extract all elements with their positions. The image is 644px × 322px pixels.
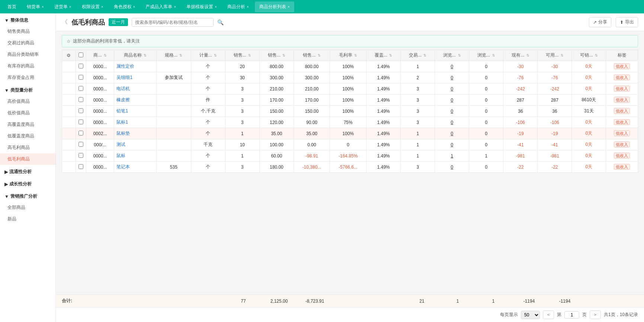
row-name-cell[interactable]: 鼠标 xyxy=(114,150,156,162)
col-name[interactable]: 商品名称 ⇅ xyxy=(114,50,156,61)
col-trade[interactable]: 交易... ⇅ xyxy=(401,50,435,61)
nav-sales-order[interactable]: 销货单 × xyxy=(22,1,48,12)
export-button[interactable]: ⬆ 导出 xyxy=(616,17,638,27)
row-name-cell[interactable]: 笔记本 xyxy=(114,162,156,173)
row-checkbox[interactable] xyxy=(79,119,83,124)
nav-permission-settings[interactable]: 权限设置 × xyxy=(77,1,108,12)
sidebar-item-traded-goods[interactable]: 交易过的商品 xyxy=(0,37,55,49)
col-tag[interactable]: 标签 xyxy=(606,50,638,61)
sidebar-item-sales-goods[interactable]: 销售类商品 xyxy=(0,26,55,37)
row-browse1-cell[interactable]: 0 xyxy=(435,95,469,106)
close-icon[interactable]: × xyxy=(215,5,217,9)
sidebar-item-high-coverage[interactable]: 高覆盖度商品 xyxy=(0,119,55,130)
col-browse1[interactable]: 浏览... ⇅ xyxy=(435,50,469,61)
sidebar-group-growth[interactable]: ▶ 成长性分析 xyxy=(0,177,55,189)
nav-product-analysis[interactable]: 商品分析 × xyxy=(223,1,253,12)
col-sales-profit[interactable]: 销售... ⇅ xyxy=(294,50,330,61)
row-name-cell[interactable]: 橡皮擦 xyxy=(114,95,156,106)
row-browse1-cell[interactable]: 0 xyxy=(435,162,469,173)
row-browse1-cell[interactable]: 1 xyxy=(435,150,469,162)
nav-purchase-order[interactable]: 进货单 × xyxy=(50,1,76,12)
nav-role-auth[interactable]: 角色授权 × xyxy=(109,1,140,12)
sidebar-item-low-margin[interactable]: 低毛利商品 xyxy=(0,153,55,165)
sidebar-item-low-coverage[interactable]: 低覆盖度商品 xyxy=(0,130,55,142)
row-checkbox-cell[interactable] xyxy=(76,150,86,162)
row-checkbox-cell[interactable] xyxy=(76,106,86,117)
close-icon[interactable]: × xyxy=(42,5,44,9)
sidebar-item-all-goods[interactable]: 全部商品 xyxy=(0,202,55,213)
nav-template-settings[interactable]: 单据模板设置 × xyxy=(182,1,221,12)
close-icon[interactable]: × xyxy=(69,5,71,9)
row-checkbox-cell[interactable] xyxy=(76,95,86,106)
page-size-select[interactable]: 50 100 200 xyxy=(521,311,540,319)
col-saleable[interactable]: 可销... ⇅ xyxy=(572,50,606,61)
row-checkbox[interactable] xyxy=(79,86,83,91)
nav-home[interactable]: 首页 xyxy=(3,1,21,12)
row-checkbox[interactable] xyxy=(79,108,83,113)
close-icon[interactable]: × xyxy=(288,5,290,9)
nav-product-analysis-list[interactable]: 商品分析列表 × xyxy=(255,1,294,12)
row-checkbox[interactable] xyxy=(79,142,83,147)
share-button[interactable]: ↗ 分享 xyxy=(589,17,611,27)
table-container[interactable]: ⚙ 商... ⇅ 商品名称 ⇅ 规格... ⇅ 计量... ⇅ 销售... ⇅ … xyxy=(56,50,644,294)
col-gross-rate[interactable]: 毛利率 ⇅ xyxy=(330,50,366,61)
row-checkbox-cell[interactable] xyxy=(76,61,86,72)
next-page-button[interactable]: ＞ xyxy=(590,310,601,319)
sidebar-item-category-rate[interactable]: 商品分类助销率 xyxy=(0,49,55,60)
search-input[interactable] xyxy=(132,18,214,27)
row-checkbox-cell[interactable] xyxy=(76,128,86,139)
row-browse1-cell[interactable]: 0 xyxy=(435,106,469,117)
col-settings[interactable]: ⚙ xyxy=(62,50,76,61)
row-browse1-cell[interactable]: 0 xyxy=(435,83,469,95)
col-code[interactable]: 商... ⇅ xyxy=(86,50,114,61)
row-browse1-cell[interactable]: 0 xyxy=(435,72,469,83)
close-icon[interactable]: × xyxy=(133,5,135,9)
col-current[interactable]: 现有... ⇅ xyxy=(503,50,538,61)
row-name-cell[interactable]: 吴细细1 xyxy=(114,72,156,83)
sidebar-item-low-value[interactable]: 低价值商品 xyxy=(0,107,55,119)
row-browse1-cell[interactable]: 0 xyxy=(435,139,469,150)
col-coverage[interactable]: 覆盖... ⇅ xyxy=(366,50,401,61)
row-browse1-cell[interactable]: 0 xyxy=(435,61,469,72)
search-icon[interactable]: 🔍 xyxy=(217,19,224,25)
col-checkbox[interactable] xyxy=(76,50,86,61)
sidebar-group-circulation[interactable]: ▶ 流通性分析 xyxy=(0,165,55,177)
row-name-cell[interactable]: 铅笔1 xyxy=(114,106,156,117)
row-checkbox[interactable] xyxy=(79,64,83,68)
sidebar-group-type-analysis[interactable]: ▼ 类型量分析 xyxy=(0,83,55,96)
close-icon[interactable]: × xyxy=(174,5,176,9)
close-icon[interactable]: × xyxy=(101,5,103,9)
col-spec[interactable]: 规格... ⇅ xyxy=(156,50,191,61)
row-checkbox[interactable] xyxy=(79,164,83,169)
row-checkbox-cell[interactable] xyxy=(76,72,86,83)
col-sales-amount[interactable]: 销售... ⇅ xyxy=(259,50,294,61)
close-icon[interactable]: × xyxy=(247,5,249,9)
period-tag[interactable]: 近一月 xyxy=(109,18,128,26)
row-name-cell[interactable]: 鼠标垫 xyxy=(114,128,156,139)
row-checkbox-cell[interactable] xyxy=(76,162,86,173)
sidebar-item-high-value[interactable]: 高价值商品 xyxy=(0,96,55,107)
sidebar-group-overall[interactable]: ▼ 整体信息 xyxy=(0,13,55,26)
row-name-cell[interactable]: 测试 xyxy=(114,139,156,150)
row-checkbox[interactable] xyxy=(79,75,83,80)
row-name-cell[interactable]: 鼠标1 xyxy=(114,117,156,128)
row-checkbox[interactable] xyxy=(79,153,83,158)
row-checkbox-cell[interactable] xyxy=(76,117,86,128)
row-checkbox-cell[interactable] xyxy=(76,83,86,95)
col-sales-qty[interactable]: 销售... ⇅ xyxy=(225,50,259,61)
col-unit[interactable]: 计量... ⇅ xyxy=(191,50,225,61)
row-checkbox[interactable] xyxy=(79,97,83,102)
sidebar-item-in-stock[interactable]: 有库存的商品 xyxy=(0,60,55,72)
col-browse2[interactable]: 浏览... ⇅ xyxy=(469,50,503,61)
row-checkbox[interactable] xyxy=(79,131,83,136)
sidebar-group-marketing[interactable]: ▼ 营销推广分析 xyxy=(0,189,55,202)
col-available[interactable]: 可用... ⇅ xyxy=(538,50,572,61)
row-name-cell[interactable]: 属性定价 xyxy=(114,61,156,72)
row-browse1-cell[interactable]: 0 xyxy=(435,128,469,139)
sidebar-item-high-margin[interactable]: 高毛利商品 xyxy=(0,142,55,153)
select-all-checkbox[interactable] xyxy=(79,52,83,57)
row-name-cell[interactable]: 电话机 xyxy=(114,83,156,95)
prev-page-button[interactable]: ＜ xyxy=(543,310,554,319)
sidebar-item-inventory-capital[interactable]: 库存资金占用 xyxy=(0,72,55,83)
row-checkbox-cell[interactable] xyxy=(76,139,86,150)
